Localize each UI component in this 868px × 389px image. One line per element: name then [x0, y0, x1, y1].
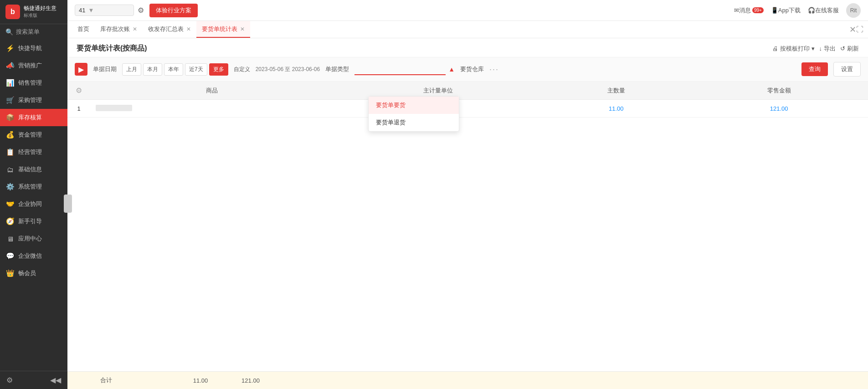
store-selector[interactable]: 41 ▼ [75, 5, 134, 16]
tab-label-home: 首页 [77, 25, 89, 33]
tabbar: 首页库存批次账✕收发存汇总表✕要货单统计表✕ ✕ ⛶ [67, 21, 868, 38]
customer-service-button[interactable]: 🎧 在线客服 [808, 6, 839, 15]
tab-receive[interactable]: 收发存汇总表✕ [143, 21, 196, 38]
app-download-button[interactable]: 📱 App下载 [771, 6, 801, 15]
tab-label-batch: 库存批次账 [100, 25, 130, 33]
td-qty[interactable]: 11.00 [542, 100, 690, 118]
sidebar-item-marketing[interactable]: 📣 营销推广 [0, 57, 67, 74]
filter-expand-button[interactable]: ▶ [75, 63, 87, 76]
export-icon: ↓ [819, 45, 822, 52]
sidebar-item-appstore[interactable]: 🖥 应用中心 [0, 230, 67, 247]
tab-order-stat[interactable]: 要货单统计表✕ [196, 21, 250, 38]
sidebar-label-inventory: 库存核算 [18, 113, 42, 122]
settings-button[interactable]: 设置 [833, 62, 861, 77]
sidebar-label-quick-nav: 快捷导航 [18, 44, 42, 52]
trial-button[interactable]: 体验行业方案 [149, 4, 198, 17]
tabbar-actions: ✕ ⛶ [847, 25, 863, 35]
warehouse-more-icon[interactable]: ··· [489, 65, 499, 74]
service-icon: 🎧 [808, 7, 815, 14]
tab-close-receive[interactable]: ✕ [186, 26, 191, 32]
topbar-left: 41 ▼ ⚙ 体验行业方案 [75, 4, 734, 17]
topbar: 41 ▼ ⚙ 体验行业方案 ✉ 消息 99+ 📱 App下载 🎧 在线客服 Ri… [67, 0, 868, 21]
sidebar-collapse-icon[interactable]: ◀◀ [50, 376, 61, 384]
print-icon: 🖨 [772, 45, 778, 52]
refresh-label: 刷新 [847, 45, 859, 53]
sidebar-item-operation[interactable]: 📋 经营管理 [0, 143, 67, 161]
dropdown-item-order[interactable]: 要货单要货 [369, 97, 459, 114]
sidebar-icon-sales: 📊 [5, 79, 15, 87]
table-settings-icon[interactable]: ⚙ [76, 87, 82, 94]
date-btn-this-year[interactable]: 本年 [164, 63, 183, 76]
sidebar-icon-marketing: 📣 [5, 61, 15, 70]
data-table-container: ⚙ 商品 主计量单位 主数量 零售金额 1 块 11.00 121.00 [67, 82, 868, 371]
type-filter-input[interactable] [354, 64, 446, 75]
tab-label-order-stat: 要货单统计表 [202, 25, 237, 33]
sidebar-icon-system: ⚙️ [5, 183, 15, 191]
date-btn-custom[interactable]: 自定义 [230, 64, 254, 75]
date-btn-last-month[interactable]: 上月 [122, 63, 141, 76]
sidebar-label-finance: 资金管理 [18, 131, 42, 139]
app-logo-icon: b [5, 5, 20, 19]
sidebar-settings-icon[interactable]: ⚙ [6, 376, 13, 384]
sidebar: b 畅捷通好生意 标准版 🔍 搜索菜单 ⚡ 快捷导航 📣 营销推广 📊 销售管理… [0, 0, 67, 389]
type-filter-chevron-icon[interactable]: ▲ [448, 66, 455, 73]
date-btn-this-month[interactable]: 本月 [143, 63, 162, 76]
tab-home[interactable]: 首页 [72, 21, 95, 38]
sidebar-search[interactable]: 🔍 搜索菜单 [0, 24, 67, 40]
page-header: 要货单统计表(按商品) 🖨 按模板打印 ▾ ↓ 导出 ↺ 刷新 [67, 38, 868, 57]
date-btn-7days[interactable]: 近7天 [185, 63, 207, 76]
user-avatar[interactable]: Rit [846, 3, 861, 18]
sidebar-label-basic: 基础信息 [18, 165, 42, 174]
refresh-button[interactable]: ↺ 刷新 [840, 45, 859, 53]
td-amount[interactable]: 121.00 [690, 100, 868, 118]
data-table: ⚙ 商品 主计量单位 主数量 零售金额 1 块 11.00 121.00 [67, 82, 868, 118]
print-template-button[interactable]: 🖨 按模板打印 ▾ [772, 45, 815, 53]
tabbar-expand-icon[interactable]: ⛶ [856, 26, 863, 34]
sidebar-item-system[interactable]: ⚙️ 系统管理 [0, 178, 67, 195]
sidebar-item-quick-nav[interactable]: ⚡ 快捷导航 [0, 40, 67, 57]
date-filter-label: 单据日期 [93, 65, 117, 73]
service-label: 在线客服 [815, 6, 839, 15]
page-title: 要货单统计表(按商品) [77, 44, 147, 53]
dropdown-item-return[interactable]: 要货单退货 [369, 114, 459, 131]
sidebar-item-newbie[interactable]: 🧭 新手引导 [0, 213, 67, 230]
print-chevron-icon: ▾ [812, 45, 815, 52]
sidebar-item-basic[interactable]: 🗂 基础信息 [0, 161, 67, 178]
table-row: 1 块 11.00 121.00 [67, 100, 868, 118]
sidebar-icon-finance: 💰 [5, 131, 15, 139]
td-no: 1 [67, 100, 90, 118]
tabbar-close-icon[interactable]: ✕ [849, 25, 856, 35]
th-product: 商品 [90, 82, 334, 100]
message-button[interactable]: ✉ 消息 99+ [734, 6, 764, 15]
topbar-gear-icon[interactable]: ⚙ [138, 6, 144, 15]
date-filter-group: 上月 本月 本年 近7天 更多 自定义 2023-05-06 至 2023-06… [122, 63, 320, 76]
sidebar-item-sales[interactable]: 📊 销售管理 [0, 74, 67, 92]
date-range-display: 2023-05-06 至 2023-06-06 [256, 66, 320, 73]
sidebar-item-purchase[interactable]: 🛒 采购管理 [0, 92, 67, 109]
sidebar-item-finance[interactable]: 💰 资金管理 [0, 126, 67, 143]
page-content: 要货单统计表(按商品) 🖨 按模板打印 ▾ ↓ 导出 ↺ 刷新 ▶ [67, 38, 868, 389]
query-button[interactable]: 查询 [801, 62, 828, 76]
th-amount: 零售金额 [690, 82, 868, 100]
sidebar-nav: ⚡ 快捷导航 📣 营销推广 📊 销售管理 🛒 采购管理 📦 库存核算 💰 资金管… [0, 40, 67, 371]
sidebar-search-label: 搜索菜单 [16, 28, 40, 36]
sidebar-item-inventory[interactable]: 📦 库存核算 [0, 109, 67, 126]
sidebar-item-member[interactable]: 👑 畅会员 [0, 265, 67, 282]
warehouse-filter-label: 要货仓库 [460, 65, 484, 73]
tab-batch[interactable]: 库存批次账✕ [95, 21, 143, 38]
type-dropdown: 要货单要货 要货单退货 [368, 96, 459, 132]
topbar-right: ✉ 消息 99+ 📱 App下载 🎧 在线客服 Rit [734, 3, 861, 18]
type-filter-group: ▲ [354, 64, 455, 75]
sidebar-label-wechat: 企业微信 [18, 252, 42, 260]
sidebar-item-enterprise[interactable]: 🤝 企业协同 [0, 195, 67, 213]
tab-close-batch[interactable]: ✕ [133, 26, 137, 32]
sidebar-icon-enterprise: 🤝 [5, 200, 15, 208]
app-name: 畅捷通好生意 [24, 5, 56, 12]
tab-close-order-stat[interactable]: ✕ [240, 26, 245, 32]
print-label: 按模板打印 [780, 45, 810, 53]
sidebar-icon-wechat: 💬 [5, 252, 15, 260]
date-btn-more[interactable]: 更多 [209, 63, 228, 76]
export-button[interactable]: ↓ 导出 [819, 45, 836, 53]
sidebar-collapse-handle[interactable]: ▶ [64, 194, 72, 213]
sidebar-item-wechat[interactable]: 💬 企业微信 [0, 247, 67, 265]
